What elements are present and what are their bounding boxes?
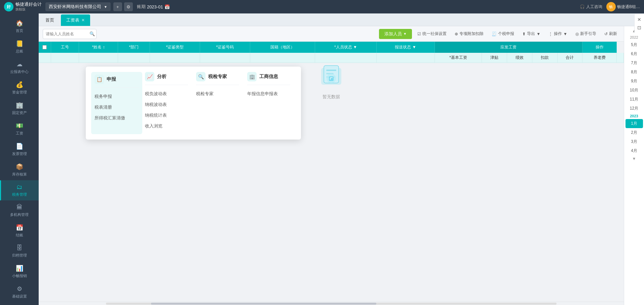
declaration-icon: 📋: [94, 75, 104, 84]
sidebar-label-cloud: 云报表中心: [10, 69, 29, 74]
settings-btn[interactable]: ⚙: [124, 2, 133, 11]
avatar: 畅: [606, 2, 616, 11]
topbar-right: 🎧 人工咨询 畅 畅捷通B组…: [580, 2, 640, 11]
cal-month-6[interactable]: 6月: [626, 49, 643, 59]
sidebar-item-cloud[interactable]: ☁ 云报表中心: [0, 57, 39, 78]
menu-item-tax-table-cleanup[interactable]: 税表清册: [94, 102, 139, 113]
menu-item-tax-check-expert[interactable]: 税检专家: [196, 88, 239, 99]
add-btn[interactable]: +: [113, 2, 122, 11]
company-name: 西安虾米网络科技有限公司: [49, 4, 101, 10]
menu-item-tax-declaration[interactable]: 税务申报: [94, 91, 139, 102]
special-deduction-icon: ⊕: [455, 32, 458, 36]
operate-btn[interactable]: ⋮ 操作 ▼: [546, 29, 570, 39]
logo-icon: 好: [4, 2, 13, 11]
sidebar-item-wage[interactable]: 💵 工资: [0, 119, 39, 139]
social-security-label: 统一社保设置: [422, 31, 447, 37]
logo-text: 畅捷通好会计: [15, 2, 42, 7]
sidebar-label-wage: 工资: [16, 131, 23, 136]
calendar-icon[interactable]: 📅: [164, 4, 170, 9]
sidebar-item-asset[interactable]: 🏢 固定资产: [0, 98, 39, 119]
sidebar-label-report: 小畅报销: [12, 273, 27, 278]
sidebar-label-tax: 税务管理: [12, 192, 27, 197]
sidebar-label-multi: 多机构管理: [10, 212, 29, 217]
tab-home-label: 首页: [45, 17, 54, 23]
report-icon: 📊: [16, 265, 23, 272]
scrollbar-thumb[interactable]: [151, 303, 376, 305]
sidebar-item-invoice[interactable]: 📄 发票管理: [0, 139, 39, 160]
export-label: 导出: [527, 31, 535, 37]
horizontal-scrollbar[interactable]: [39, 302, 624, 305]
cal-month-9[interactable]: 9月: [626, 77, 643, 86]
special-deduction-btn[interactable]: ⊕ 专项附加扣除: [452, 29, 486, 39]
add-person-button[interactable]: 添加人员 ▼: [379, 29, 412, 39]
th-person-status: *人员状态 ▼: [315, 42, 377, 53]
export-icon: ⬆: [522, 32, 526, 36]
sidebar-item-multi[interactable]: 🏛 多机构管理: [0, 200, 39, 221]
cal-year-2022: 2022 5月 6月 7月 8月 9月 10月 11月 12月: [624, 34, 644, 113]
sidebar-item-inventory[interactable]: 📦 库存核算: [0, 160, 39, 180]
multi-icon: 🏛: [16, 204, 23, 211]
new-guide-btn[interactable]: ◎ 新手引导: [573, 29, 599, 39]
cal-month-12[interactable]: 12月: [626, 104, 643, 113]
th-wage-group: 应发工资: [435, 42, 582, 53]
search-input[interactable]: [46, 32, 89, 36]
select-all-checkbox[interactable]: [42, 45, 47, 49]
expand-right-panel-btn[interactable]: ⊡: [636, 24, 643, 32]
search-wrap[interactable]: 🔍: [43, 29, 97, 39]
menu-item-annual-report[interactable]: 年报信息申报表: [247, 88, 290, 99]
user-info[interactable]: 畅 畅捷通B组…: [606, 2, 640, 11]
cal-month-5[interactable]: 5月: [626, 40, 643, 49]
main-layout: 🏠 首页 📒 总账 ☁ 云报表中心 💰 资金管理 🏢 固定资产 💵 工资 📄 发…: [0, 13, 644, 305]
menu-item-income-tax-calc[interactable]: 所得税汇算清缴: [94, 113, 139, 123]
new-guide-label: 新手引导: [580, 31, 596, 37]
period-value: 2023-01: [147, 4, 163, 9]
business-label: 工商信息: [259, 74, 278, 80]
menu-item-income-browse[interactable]: 收入浏览: [145, 121, 188, 131]
sidebar-item-home[interactable]: 🏠 首页: [0, 16, 39, 37]
close-right-panel-btn[interactable]: ✕: [636, 15, 643, 24]
wage-icon: 💵: [16, 122, 23, 129]
sidebar-item-tax[interactable]: 🗂 税务管理: [0, 180, 39, 200]
scrollbar-track[interactable]: [106, 303, 557, 305]
dropdown-section-business: 🏢 工商信息 年报信息申报表: [244, 72, 296, 134]
cal-month-11[interactable]: 11月: [626, 95, 643, 104]
refresh-btn[interactable]: ↺ 刷新: [602, 29, 620, 39]
company-selector[interactable]: 西安虾米网络科技有限公司 ▼: [45, 2, 111, 11]
social-security-btn[interactable]: ☑ 统一社保设置: [415, 29, 449, 39]
cal-month-3[interactable]: 3月: [626, 137, 643, 146]
th-pension: 养老费: [582, 53, 617, 63]
cal-month-10[interactable]: 10月: [626, 86, 643, 95]
sidebar-item-ledger[interactable]: 📒 总账: [0, 37, 39, 57]
export-btn[interactable]: ⬆ 导出 ▼: [520, 29, 543, 39]
human-service-btn[interactable]: 🎧 人工咨询: [580, 4, 602, 10]
th-domicile: 国籍（地区）: [250, 42, 315, 53]
th-dept: *部门: [118, 42, 150, 53]
cal-month-7[interactable]: 7月: [626, 59, 643, 68]
sidebar-item-archive[interactable]: 🗄 归档管理: [0, 241, 39, 261]
sidebar-item-basic[interactable]: ⚙ 基础设置: [0, 282, 39, 302]
sidebar-label-home: 首页: [16, 28, 23, 33]
sidebar-item-guide[interactable]: 🧭 新手引导: [0, 302, 39, 305]
cal-nav-down[interactable]: ▼: [631, 155, 638, 162]
personal-tax-btn[interactable]: 🧾 个税申报: [489, 29, 517, 39]
svg-rect-2: [326, 70, 336, 71]
svg-rect-6: [329, 76, 334, 81]
tab-close-icon[interactable]: ✕: [81, 18, 85, 23]
th-deduction: 扣款: [532, 53, 557, 63]
menu-item-tax-burden[interactable]: 税负波动表: [145, 88, 188, 99]
cal-month-4[interactable]: 4月: [626, 146, 643, 155]
tab-wage-table[interactable]: 工资表 ✕: [61, 14, 90, 26]
cal-month-8[interactable]: 8月: [626, 68, 643, 77]
sidebar-item-report[interactable]: 📊 小畅报销: [0, 261, 39, 282]
basic-icon: ⚙: [17, 285, 22, 293]
sidebar: 🏠 首页 📒 总账 ☁ 云报表中心 💰 资金管理 🏢 固定资产 💵 工资 📄 发…: [0, 13, 39, 305]
tax-expert-label: 税检专家: [208, 74, 227, 80]
menu-item-tax-payment[interactable]: 纳税波动表: [145, 99, 188, 110]
sidebar-item-fund[interactable]: 💰 资金管理: [0, 78, 39, 98]
cal-month-2[interactable]: 2月: [626, 128, 643, 137]
settings-icon: ⚙: [126, 4, 130, 9]
cal-month-1[interactable]: 1月: [626, 119, 643, 128]
tab-home[interactable]: 首页: [40, 14, 60, 26]
menu-item-tax-stat[interactable]: 纳税统计表: [145, 110, 188, 121]
sidebar-item-close[interactable]: 📅 结账: [0, 221, 39, 241]
